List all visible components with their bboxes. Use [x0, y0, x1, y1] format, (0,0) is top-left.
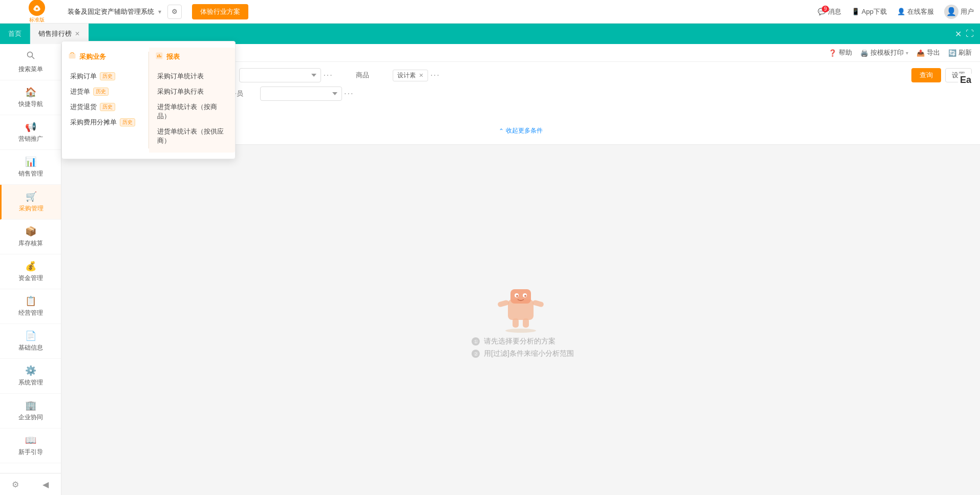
print-icon: 🖨️ — [860, 49, 868, 57]
salesperson-ellipsis[interactable]: ··· — [344, 89, 354, 98]
purchase-order-label: 采购订单 — [70, 72, 97, 81]
empty-illustration — [490, 282, 551, 333]
dropdown-item-inbound-stat-supplier[interactable]: 进货单统计表（按供应商） — [155, 124, 229, 148]
message-icon-wrap: 💬 9 — [818, 8, 826, 15]
dropdown-item-inbound-return[interactable]: 进货退货 历史 — [68, 99, 142, 115]
salesperson-select[interactable] — [260, 87, 342, 101]
online-service-label: 在线客服 — [907, 7, 934, 16]
hint-2-bullet: ② — [472, 350, 480, 358]
goods-tag-close[interactable]: ✕ — [419, 72, 423, 79]
collapse-arrow-icon: ⌃ — [499, 127, 504, 135]
sidebar-label-guide: 新手引导 — [18, 448, 43, 457]
dropdown-item-purchase-order-stat[interactable]: 采购订单统计表 — [155, 69, 229, 84]
tab-home[interactable]: 首页 — [0, 24, 30, 44]
top-header: 标准版 装备及固定资产辅助管理系统 ▾ ⚙ 体验行业方案 💬 9 消息 📱 Ap… — [0, 0, 980, 24]
sidebar-label-quick-nav: 快捷导航 — [18, 100, 43, 109]
print-dropdown-icon[interactable]: ▾ — [906, 50, 908, 56]
sidebar-item-sales[interactable]: 📊 销售管理 — [0, 150, 61, 185]
experience-btn[interactable]: 体验行业方案 — [192, 4, 248, 19]
sidebar-item-marketing[interactable]: 📢 营销推广 — [0, 115, 61, 150]
dropdown-report-col: 报表 采购订单统计表 采购订单执行表 进货单统计表（按商品） 进货单统计表（按供… — [149, 48, 236, 153]
sidebar-label-operations: 经营管理 — [18, 309, 43, 317]
hint-2-row: ② 用[过滤]条件来缩小分析范围 — [472, 349, 574, 358]
dropdown-report-label: 报表 — [166, 52, 180, 61]
tab-sales-ranking-label: 销售排行榜 — [38, 29, 72, 38]
message-label: 消息 — [828, 7, 841, 16]
service-icon: 👤 — [897, 8, 905, 15]
doc-status-ellipsis[interactable]: ··· — [323, 71, 333, 80]
message-item[interactable]: 💬 9 消息 — [818, 7, 841, 16]
doc-status-select[interactable] — [239, 68, 321, 82]
sidebar-label-finance: 资金管理 — [18, 274, 43, 283]
search-menu-icon — [26, 50, 36, 63]
phone-icon: 📱 — [851, 8, 860, 15]
sidebar-item-quick-nav[interactable]: 🏠 快捷导航 — [0, 80, 61, 115]
purchase-expense-hist: 历史 — [120, 118, 135, 126]
toolbar-print[interactable]: 🖨️ 按模板打印 ▾ — [860, 48, 908, 57]
sidebar-collapse-btn[interactable]: ◀ — [31, 474, 61, 495]
inbound-hist: 历史 — [93, 88, 109, 96]
sidebar-item-enterprise[interactable]: 🏢 企业协同 — [0, 394, 61, 428]
sidebar-label-system: 系统管理 — [18, 378, 43, 387]
toolbar-refresh[interactable]: 🔄 刷新 — [948, 48, 972, 57]
header-right: 💬 9 消息 📱 App下载 👤 在线客服 👤 用户 — [818, 5, 974, 19]
title-dropdown-icon[interactable]: ▾ — [158, 8, 161, 15]
app-download-item[interactable]: 📱 App下载 — [851, 7, 887, 16]
dropdown-item-purchase-order-exec[interactable]: 采购订单执行表 — [155, 84, 229, 99]
inbound-stat-supplier-label: 进货单统计表（按供应商） — [157, 127, 227, 145]
collapse-label: 收起更多条件 — [506, 126, 543, 135]
sidebar-item-basic-info[interactable]: 📄 基础信息 — [0, 324, 61, 359]
inbound-stat-goods-label: 进货单统计表（按商品） — [157, 102, 227, 121]
tab-home-label: 首页 — [8, 29, 22, 38]
tab-close-icon[interactable]: ✕ — [75, 30, 80, 37]
dropdown-item-inbound-stat-goods[interactable]: 进货单统计表（按商品） — [155, 99, 229, 124]
dropdown-item-purchase-order[interactable]: 采购订单 历史 — [68, 69, 142, 84]
sidebar-item-finance[interactable]: 💰 资金管理 — [0, 254, 61, 289]
sidebar-item-operations[interactable]: 📋 经营管理 — [0, 289, 61, 324]
system-title: 装备及固定资产辅助管理系统 — [68, 7, 154, 16]
sidebar-label-enterprise: 企业协同 — [18, 413, 43, 422]
sidebar: 搜索菜单 🏠 快捷导航 📢 营销推广 📊 销售管理 🛒 采购管理 📦 库存核算 … — [0, 44, 61, 495]
sidebar-settings-btn[interactable]: ⚙ — [0, 474, 31, 495]
operations-icon: 📋 — [25, 295, 36, 307]
gear-button[interactable]: ⚙ — [167, 5, 182, 19]
print-label: 按模板打印 — [870, 48, 904, 57]
logo-icon — [29, 0, 45, 16]
dropdown-item-purchase-expense[interactable]: 采购费用分摊单 历史 — [68, 115, 142, 130]
sidebar-item-search-menu[interactable]: 搜索菜单 — [0, 44, 61, 80]
tab-bar-right: ✕ ⛶ — [955, 29, 980, 39]
sidebar-label-inventory: 库存核算 — [18, 239, 43, 248]
goods-ellipsis[interactable]: ··· — [430, 71, 440, 80]
empty-state: ① 请先选择要分析的方案 ② 用[过滤]条件来缩小分析范围 — [61, 145, 980, 495]
svg-rect-14 — [69, 54, 75, 58]
export-icon: 📤 — [917, 49, 925, 57]
sidebar-label-sales: 销售管理 — [18, 169, 43, 178]
tab-close-all-icon[interactable]: ✕ — [955, 29, 962, 39]
refresh-label: 刷新 — [958, 48, 972, 57]
toolbar-export[interactable]: 📤 导出 — [917, 48, 940, 57]
dropdown-item-inbound[interactable]: 进货单 历史 — [68, 84, 142, 99]
sidebar-item-system[interactable]: ⚙️ 系统管理 — [0, 359, 61, 394]
help-icon: ❓ — [828, 49, 837, 57]
svg-point-13 — [505, 329, 536, 333]
inbound-label: 进货单 — [70, 87, 90, 96]
empty-hint-1: 请先选择要分析的方案 — [484, 337, 556, 346]
svg-point-8 — [524, 295, 526, 297]
purchase-expense-label: 采购费用分摊单 — [70, 118, 117, 127]
collapse-button[interactable]: ⌃ 收起更多条件 — [499, 123, 543, 138]
system-title-area: 装备及固定资产辅助管理系统 ▾ ⚙ 体验行业方案 — [68, 4, 818, 19]
sales-icon: 📊 — [25, 156, 36, 167]
sidebar-item-guide[interactable]: 📖 新手引导 — [0, 428, 61, 463]
online-service-item[interactable]: 👤 在线客服 — [897, 7, 934, 16]
query-button[interactable]: 查询 — [911, 68, 941, 82]
dropdown-purchase-col: 采购业务 采购订单 历史 进货单 历史 进货退货 历史 采购费用分摊单 历史 — [62, 48, 148, 153]
sidebar-item-purchase[interactable]: 🛒 采购管理 — [0, 185, 61, 220]
user-item[interactable]: 👤 用户 — [944, 5, 974, 19]
tab-expand-icon[interactable]: ⛶ — [966, 29, 974, 38]
hint-1-bullet: ① — [472, 337, 480, 346]
sidebar-item-inventory[interactable]: 📦 库存核算 — [0, 220, 61, 254]
enterprise-icon: 🏢 — [25, 400, 36, 411]
sidebar-label-purchase: 采购管理 — [19, 204, 44, 213]
svg-rect-11 — [513, 318, 519, 328]
toolbar-help[interactable]: ❓ 帮助 — [828, 48, 852, 57]
